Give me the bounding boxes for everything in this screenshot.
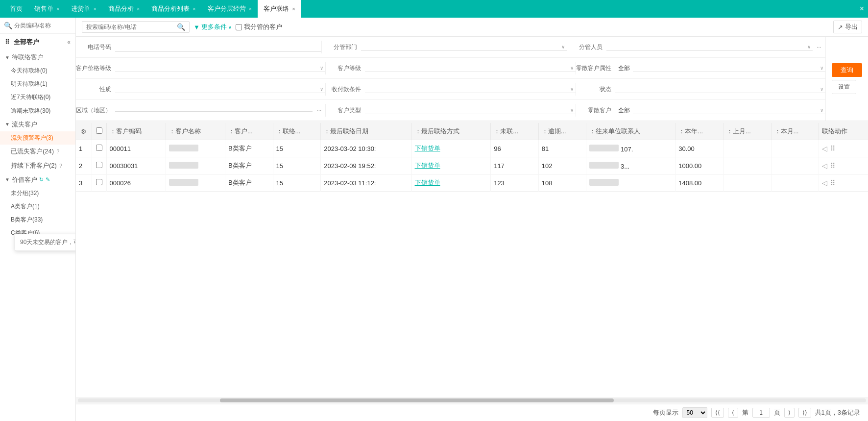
sidebar-item-churn-pred[interactable]: 流失预警客户(3) (0, 131, 75, 145)
sidebar-item-already-churn[interactable]: 已流失客户(24) ? (0, 145, 75, 159)
tab-home[interactable]: 首页 (4, 0, 28, 18)
sidebar-section-title-pending[interactable]: ▼ 待联络客户 (0, 50, 75, 64)
cell-idx: 3 (76, 174, 92, 192)
sidebar-section-title-churn[interactable]: ▼ 流失客户 (0, 118, 75, 131)
cell-this-month (771, 157, 819, 174)
sidebar-section-value: ▼ 价值客户 ↻ ✎ 未分组(32) A类客户(1) B类客户(33) C类客户… (0, 173, 75, 240)
row-checkbox[interactable] (96, 162, 102, 168)
export-icon: ↗ (838, 24, 843, 31)
cell-code: 000026 (106, 174, 166, 192)
filter-select-zero-attr[interactable]: ∨ (633, 64, 825, 72)
filter-select-status[interactable]: ∨ (615, 85, 825, 93)
close-icon[interactable]: × (193, 6, 195, 12)
filter-label-region: 区域（地区） (76, 106, 115, 115)
sidebar-item-a-class[interactable]: A类客户(1) (0, 200, 75, 213)
close-icon[interactable]: × (137, 6, 140, 12)
sidebar-item-ungroup[interactable]: 未分组(32) (0, 187, 75, 200)
contact-icon[interactable]: ◁ (822, 162, 827, 170)
tab-analysis-list[interactable]: 商品分析列表 × (145, 0, 201, 18)
filter-select-nature[interactable]: ∨ (115, 85, 325, 93)
filter-select-level[interactable]: ∨ (365, 64, 575, 72)
close-icon[interactable]: × (249, 6, 252, 12)
close-icon[interactable]: × (56, 6, 59, 12)
close-icon[interactable]: × (292, 6, 295, 12)
sidebar-section-churn: ▼ 流失客户 90天未交易的客户，可能有流失风险。 流失预警客户(3) 已流失客… (0, 118, 75, 173)
filter-select-payment[interactable]: ∨ (365, 85, 575, 93)
window-close-icon[interactable]: × (860, 4, 864, 13)
cell-code: 00030031 (106, 157, 166, 174)
col-checkbox[interactable] (92, 123, 106, 140)
my-customers-check[interactable] (236, 24, 242, 30)
chevron-down-icon: ∨ (320, 86, 323, 92)
select-all-checkbox[interactable] (96, 127, 102, 134)
sidebar-item-overdue[interactable]: 逾期未联络(30) (0, 104, 75, 118)
cell-last-way[interactable]: 下销货单 (411, 140, 491, 157)
more-actions-icon[interactable]: ⠿ (830, 179, 835, 187)
table-row: 3 000026 B类客户 15 2023-02-03 11:12: 下销货单 … (76, 174, 868, 192)
contact-icon[interactable]: ◁ (822, 179, 827, 187)
tab-purchase[interactable]: 进货单 × (65, 0, 102, 18)
filter-more-btn[interactable]: ▼ 更多条件 ∧ (193, 23, 232, 31)
sidebar-item-today[interactable]: 今天待联络(0) (0, 64, 75, 77)
sidebar-section-title-value[interactable]: ▼ 价值客户 ↻ ✎ (0, 173, 75, 187)
filter-input-phone[interactable] (115, 43, 321, 52)
close-icon[interactable]: × (93, 6, 96, 12)
filter-label-payment: 收付款条件 (326, 85, 365, 94)
first-page-btn[interactable]: ⟨⟨ (711, 408, 724, 418)
prev-page-btn[interactable]: ⟨ (728, 408, 738, 418)
cell-contact: 15 (273, 140, 321, 157)
refresh-icon[interactable]: ↻ (39, 176, 44, 183)
cell-check[interactable] (92, 174, 106, 192)
row-checkbox[interactable] (96, 145, 102, 151)
contact-icon[interactable]: ◁ (822, 145, 827, 152)
filter-select-ctype[interactable]: ∨ (365, 106, 575, 114)
query-button[interactable]: 查询 (832, 63, 862, 77)
page-input[interactable] (752, 408, 770, 418)
row-checkbox[interactable] (96, 179, 102, 185)
cell-last-way[interactable]: 下销货单 (411, 174, 491, 192)
sidebar-item-b-class[interactable]: B类客户(33) (0, 213, 75, 226)
tab-analysis[interactable]: 商品分析 × (102, 0, 145, 18)
scrollbar-thumb[interactable] (220, 398, 614, 402)
sidebar-item-continuous-down[interactable]: 持续下滑客户(2) ? (0, 159, 75, 173)
sidebar-item-tomorrow[interactable]: 明天待联络(1) (0, 77, 75, 91)
filter-select-zero-customers[interactable]: ∨ (633, 106, 825, 114)
search-button[interactable]: 🔍 (177, 23, 185, 31)
filter-more-region[interactable]: ··· (313, 107, 325, 114)
next-page-btn[interactable]: ⟩ (784, 408, 795, 418)
tab-customer-contact[interactable]: 客户联络 × (258, 0, 301, 18)
cell-check[interactable] (92, 157, 106, 174)
cell-last-way[interactable]: 下销货单 (411, 157, 491, 174)
sidebar-item-7days[interactable]: 近7天待联络(0) (0, 91, 75, 104)
filter-field-price-level: 客户价格等级 ∨ (76, 58, 325, 78)
per-page-select[interactable]: 50 100 (682, 407, 707, 418)
settings-button[interactable]: 设置 (832, 80, 856, 94)
edit-icon[interactable]: ✎ (46, 176, 50, 183)
tab-sales[interactable]: 销售单 × (28, 0, 65, 18)
main-layout: 🔍 ⠿ 全部客户 « ▼ 待联络客户 今天待联络(0) 明天待联络(1) 近7天… (0, 18, 868, 421)
top-nav: 首页 销售单 × 进货单 × 商品分析 × 商品分析列表 × 客户分层经营 × … (0, 0, 868, 18)
cell-code: 000011 (106, 140, 166, 157)
more-actions-icon[interactable]: ⠿ (830, 162, 835, 170)
col-settings[interactable]: ⚙ (76, 123, 92, 140)
export-button[interactable]: ↗ 导出 (833, 21, 862, 33)
filter-select-dept[interactable]: ∨ (361, 43, 567, 51)
filter-select-region[interactable] (115, 109, 313, 112)
sidebar-search-input[interactable] (14, 22, 72, 29)
data-table-wrap: ⚙ ：客户编码 ：客户名称 ：客户... ：联络... ：最后联络日期 ：最后联… (76, 123, 868, 397)
my-customers-checkbox[interactable]: 我分管的客户 (236, 23, 282, 31)
filter-more-btn[interactable]: ··· (813, 44, 825, 50)
cell-uncontact: 117 (491, 157, 539, 174)
last-page-btn[interactable]: ⟩⟩ (798, 408, 811, 418)
search-input[interactable] (86, 24, 177, 30)
tab-customer-segment[interactable]: 客户分层经营 × (202, 0, 258, 18)
horizontal-scrollbar[interactable] (76, 397, 868, 404)
cell-last-date: 2023-03-02 10:30: (321, 140, 411, 157)
sidebar-all-customers[interactable]: ⠿ 全部客户 « (0, 34, 75, 50)
cell-check[interactable] (92, 140, 106, 157)
filter-select-price-level[interactable]: ∨ (115, 64, 325, 72)
filter-select-person[interactable]: ∨ (606, 43, 813, 51)
table-row: 1 000011 B类客户 15 2023-03-02 10:30: 下销货单 … (76, 140, 868, 157)
more-actions-icon[interactable]: ⠿ (830, 145, 835, 152)
filter-row-1: 电话号码 分管部门 ∨ 分管人员 (76, 37, 825, 58)
